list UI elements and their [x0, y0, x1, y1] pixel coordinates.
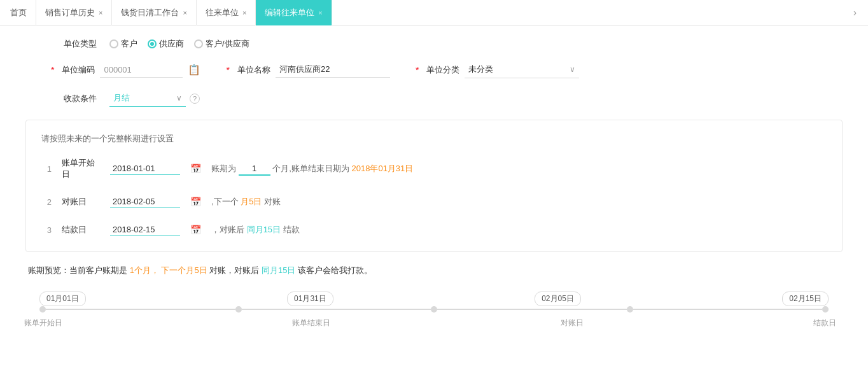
radio-customer-label: 客户	[121, 38, 137, 50]
category-chevron-icon: ∨	[570, 65, 575, 74]
timeline-section: 01月01日 01月31日 02月05日 02月15日	[25, 292, 843, 328]
tab-partner-unit[interactable]: 往来单位 ×	[197, 0, 256, 25]
tab-bar: 首页 销售订单历史 × 钱货日清工作台 × 往来单位 × 编辑往来单位 × ›	[0, 0, 868, 25]
period-num-1: 1	[41, 164, 52, 174]
payment-chevron-icon: ∨	[176, 94, 182, 102]
tab-sales-history-label: 销售订单历史	[45, 7, 95, 18]
timeline-label-3-wrap: 对账日	[561, 313, 584, 328]
timeline-tag-1: 01月01日	[39, 292, 86, 306]
name-label: 单位名称	[237, 64, 270, 76]
tab-edit-partner[interactable]: 编辑往来单位 ×	[256, 0, 332, 25]
timeline-tags-row: 01月01日 01月31日 02月05日 02月15日	[32, 292, 836, 306]
category-field-group: * 单位分类 未分类 ∨	[416, 61, 579, 78]
preview-text: 账期预览：当前客户账期是 1个月， 下一个月5日 对账，对账后 同月15日 该客…	[25, 265, 843, 276]
category-value: 未分类	[468, 64, 567, 75]
preview-part2: 下一个月5日	[161, 265, 207, 275]
radio-both-label: 客户/供应商	[206, 38, 249, 50]
unit-type-label: 单位类型	[64, 38, 97, 50]
period-row-1: 1 账单开始日 📅 账期为 个月,账单结束日期为 2018年01月31日	[41, 157, 827, 180]
name-input[interactable]	[276, 62, 390, 78]
payment-row: 收款条件 月结 ∨ ?	[64, 90, 843, 107]
radio-customer-circle	[109, 39, 118, 48]
period-row-2: 2 对账日 📅 ,下一个 月5日 对账	[41, 195, 827, 208]
tab-partner-unit-label: 往来单位	[206, 7, 239, 18]
period-row-3-desc: ，对账后 同月15日 结款	[211, 224, 300, 236]
period-num-2: 2	[41, 197, 52, 207]
tab-sales-history[interactable]: 销售订单历史 ×	[36, 0, 112, 25]
tab-home-label: 首页	[10, 7, 27, 18]
payment-value: 月结	[113, 92, 174, 104]
code-calendar-icon[interactable]: 📋	[188, 64, 200, 76]
period-box: 请按照未来的一个完整帐期进行设置 1 账单开始日 📅 账期为 个月,账单结束日期…	[25, 120, 843, 252]
radio-supplier-circle	[148, 39, 157, 48]
preview-part1: 1个月，	[130, 265, 159, 275]
code-label: 单位编码	[62, 64, 95, 76]
period-row-3-date[interactable]	[110, 223, 180, 236]
payment-select[interactable]: 月结 ∨	[109, 90, 186, 107]
tab-edit-partner-close[interactable]: ×	[318, 9, 322, 17]
timeline-labels-row: 账单开始日 账单结束日 对账日 结款日	[32, 313, 836, 328]
period-row-1-calendar-icon[interactable]: 📅	[190, 164, 201, 174]
category-select[interactable]: 未分类 ∨	[465, 61, 579, 78]
tab-sales-history-close[interactable]: ×	[99, 9, 102, 17]
timeline-node-2: 01月31日	[287, 292, 333, 306]
code-input[interactable]	[100, 62, 183, 78]
period-row-2-calendar-icon[interactable]: 📅	[190, 197, 201, 207]
tab-edit-partner-label: 编辑往来单位	[265, 7, 314, 18]
tab-partner-unit-close[interactable]: ×	[242, 9, 246, 17]
fields-row: * 单位编码 📋 * 单位名称 * 单位分类 未分类 ∨	[51, 61, 843, 78]
timeline-node-3: 02月05日	[535, 292, 581, 306]
period-row-2-date[interactable]	[110, 195, 180, 208]
period-num-3: 3	[41, 225, 52, 235]
timeline-label-4-wrap: 结款日	[813, 313, 836, 328]
period-row-2-desc: ,下一个 月5日 对账	[211, 196, 281, 208]
timeline-seg-l2	[242, 309, 431, 310]
radio-both-circle	[194, 39, 203, 48]
payment-label: 收款条件	[64, 93, 97, 104]
tab-home[interactable]: 首页	[5, 0, 36, 25]
main-content: 单位类型 客户 供应商 客户/供应商 * 单位编码 📋	[0, 25, 868, 387]
timeline-label-3: 对账日	[561, 318, 584, 328]
radio-supplier[interactable]: 供应商	[148, 38, 184, 50]
timeline-node-1: 01月01日	[39, 292, 86, 306]
unit-type-radio-group: 客户 供应商 客户/供应商	[109, 38, 249, 50]
period-row-2-label: 对账日	[62, 196, 100, 208]
name-required: *	[226, 65, 229, 75]
timeline-dot-2	[431, 306, 437, 313]
timeline-tag-3: 02月05日	[535, 292, 581, 306]
radio-supplier-label: 供应商	[159, 38, 184, 50]
category-label: 单位分类	[426, 64, 459, 76]
preview-part4: 同月15日	[262, 265, 295, 275]
timeline-line-row	[32, 306, 836, 313]
timeline-tag-2: 01月31日	[287, 292, 333, 306]
timeline-dot-3	[627, 306, 633, 313]
period-row-1-date[interactable]	[110, 162, 180, 175]
payment-help-icon[interactable]: ?	[190, 94, 200, 104]
radio-customer[interactable]: 客户	[109, 38, 137, 50]
preview-part5: 该客户会给我打款。	[298, 265, 372, 275]
timeline-left-dot	[39, 306, 46, 313]
timeline-tag-4: 02月15日	[782, 292, 829, 306]
timeline-node-4: 02月15日	[782, 292, 829, 306]
radio-both[interactable]: 客户/供应商	[194, 38, 249, 50]
preview-part3: 对账，对账后	[209, 265, 259, 275]
period-row-3: 3 结款日 📅 ，对账后 同月15日 结款	[41, 223, 827, 236]
period-row-3-calendar-icon[interactable]: 📅	[190, 225, 201, 235]
period-row-3-label: 结款日	[62, 224, 100, 236]
tab-cash-work[interactable]: 钱货日清工作台 ×	[112, 0, 196, 25]
timeline-seg-l1	[46, 309, 235, 310]
timeline-label-2-wrap: 账单结束日	[292, 313, 330, 328]
timeline-right-dot	[822, 306, 829, 313]
unit-type-row: 单位类型 客户 供应商 客户/供应商	[64, 38, 843, 50]
category-required: *	[416, 65, 419, 75]
period-month-input[interactable]	[239, 162, 270, 176]
timeline-label-4: 结款日	[813, 318, 836, 328]
name-field-group: * 单位名称	[226, 62, 389, 78]
timeline-dot-1	[235, 306, 242, 313]
period-row-1-label: 账单开始日	[62, 157, 100, 180]
tab-more-arrow[interactable]: ›	[847, 7, 863, 18]
tab-cash-work-close[interactable]: ×	[183, 9, 186, 17]
period-row-1-end-date: 2018年01月31日	[351, 164, 413, 173]
timeline-label-2: 账单结束日	[292, 318, 330, 328]
period-row-3-highlight: 同月15日	[247, 225, 281, 234]
